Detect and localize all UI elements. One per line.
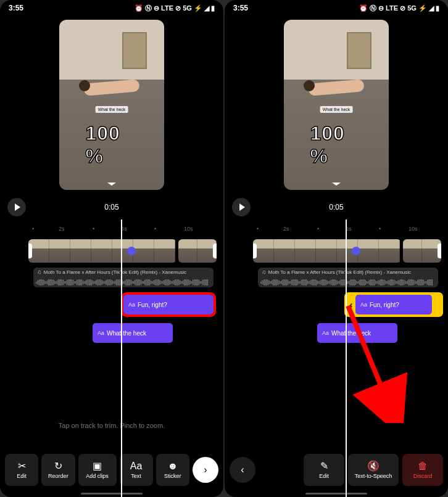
status-bar: 3:55 ⏰ Ⓝ ⊖ LTE ⊘ 5G ⚡ ◢ ▮ <box>225 0 448 16</box>
text-clip-label: Fun, right? <box>370 302 399 308</box>
time-ruler: • 2s • 6s • 10s <box>225 224 448 237</box>
reorder-icon: ↻ <box>54 461 62 471</box>
clip-trim-handle-right[interactable] <box>438 244 441 258</box>
sticker-icon: ☻ <box>167 461 178 471</box>
status-time: 3:55 <box>9 4 23 12</box>
audio-title: Moth To a Flame x After Hours (TikTok Ed… <box>268 269 411 275</box>
time-ruler: • 2s • 6s • 10s <box>0 224 223 237</box>
audio-track-row[interactable]: ♫Moth To a Flame x After Hours (TikTok E… <box>0 268 223 287</box>
play-icon <box>239 203 245 211</box>
sync-icon[interactable] <box>352 247 360 255</box>
play-button[interactable] <box>7 198 26 216</box>
audio-track-row[interactable]: ♫Moth To a Flame x After Hours (TikTok E… <box>225 268 448 287</box>
phone-right: 3:55 ⏰ Ⓝ ⊖ LTE ⊘ 5G ⚡ ◢ ▮ What the heck … <box>225 0 448 497</box>
text-clip-label: Fun, right? <box>138 302 167 308</box>
add-clips-button[interactable]: ▣Add clips <box>78 454 117 486</box>
music-note-icon: ♫ <box>37 269 41 275</box>
hint-text: Tap on track to trim. Pinch to zoom. <box>0 422 223 429</box>
video-clip-row[interactable] <box>0 238 223 264</box>
toolbar-left-screen: ✂Edit ↻Reorder ▣Add clips AaText ☻Sticke… <box>5 454 218 486</box>
waveform <box>260 279 436 286</box>
sticker-button[interactable]: ☻Sticker <box>156 454 189 486</box>
overlay-text-big: 100 % <box>310 122 363 168</box>
trash-icon: 🗑 <box>418 461 428 471</box>
swipe-indicator-icon <box>102 183 121 185</box>
text-icon: Aa <box>322 330 329 336</box>
video-preview-area: What the heck 100 % <box>225 16 448 195</box>
text-icon: Aa <box>97 330 104 336</box>
toolbar-right-screen: ‹ ✎Edit 🔇Text-to-Speech 🗑Discard <box>230 454 443 486</box>
text-clip-what-the-heck[interactable]: Aa What the heck <box>317 323 397 343</box>
video-clip-row[interactable] <box>225 238 448 264</box>
clip-trim-handle-right[interactable] <box>213 244 217 258</box>
overlay-text-small: What the heck <box>96 106 128 113</box>
waveform <box>36 279 211 286</box>
nav-next-button[interactable]: › <box>193 457 218 483</box>
play-button[interactable] <box>232 198 251 216</box>
status-bar: 3:55 ⏰ Ⓝ ⊖ LTE ⊘ 5G ⚡ ◢ ▮ <box>0 0 223 16</box>
text-clip-what-the-heck[interactable]: Aa What the heck <box>93 323 173 343</box>
pencil-icon: ✎ <box>320 461 328 471</box>
text-aa-icon: Aa <box>130 461 143 471</box>
playhead[interactable] <box>121 220 122 497</box>
playhead[interactable] <box>346 220 347 497</box>
music-note-icon: ♫ <box>262 269 266 275</box>
text-trim-handle-right[interactable] <box>432 294 441 316</box>
add-clips-icon: ▣ <box>93 461 102 471</box>
status-icons: ⏰ Ⓝ ⊖ LTE ⊘ 5G ⚡ ◢ ▮ <box>359 4 439 13</box>
status-icons: ⏰ Ⓝ ⊖ LTE ⊘ 5G ⚡ ◢ ▮ <box>135 4 215 13</box>
overlay-text-big: 100 % <box>86 122 138 168</box>
status-time: 3:55 <box>233 4 248 12</box>
text-button[interactable]: AaText <box>120 454 153 486</box>
text-to-speech-button[interactable]: 🔇Text-to-Speech <box>348 454 399 486</box>
home-indicator[interactable] <box>81 493 143 495</box>
video-preview-area: What the heck 100 % <box>0 16 223 195</box>
text-trim-handle-left[interactable]: ‹ <box>347 294 355 316</box>
phone-left: 3:55 ⏰ Ⓝ ⊖ LTE ⊘ 5G ⚡ ◢ ▮ What the heck … <box>0 0 223 497</box>
overlay-text-small: What the heck <box>320 106 353 113</box>
play-icon <box>15 203 20 211</box>
text-clip-selection-wrapper: ‹ Aa Fun, right? <box>344 292 443 317</box>
speaker-muted-icon: 🔇 <box>367 461 380 471</box>
edit-button[interactable]: ✂Edit <box>5 454 38 486</box>
nav-back-button[interactable]: ‹ <box>230 457 255 483</box>
scissors-icon: ✂ <box>18 461 26 471</box>
text-icon: Aa <box>360 302 367 308</box>
audio-title: Moth To a Flame x After Hours (TikTok Ed… <box>44 269 186 275</box>
text-clip-fun-right[interactable]: Aa Fun, right? <box>355 295 432 314</box>
swipe-indicator-icon <box>327 183 346 185</box>
text-clip-label: What the heck <box>107 330 146 337</box>
chevron-left-icon: ‹ <box>241 464 244 475</box>
text-clip-label: What the heck <box>331 330 371 337</box>
video-preview[interactable]: What the heck 100 % <box>284 20 389 190</box>
text-clip-fun-right[interactable]: Aa Fun, right? <box>123 295 214 314</box>
chevron-right-icon: › <box>204 464 207 475</box>
edit-button[interactable]: ✎Edit <box>304 454 344 486</box>
clip-trim-handle-left[interactable] <box>28 244 32 258</box>
timecode: 0:05 <box>329 203 343 212</box>
text-icon: Aa <box>128 302 135 308</box>
reorder-button[interactable]: ↻Reorder <box>41 454 75 486</box>
home-indicator[interactable] <box>305 493 367 495</box>
sync-icon[interactable] <box>127 247 136 255</box>
video-preview[interactable]: What the heck 100 % <box>59 20 164 190</box>
discard-button[interactable]: 🗑Discard <box>402 454 443 486</box>
timecode: 0:05 <box>104 203 118 212</box>
clip-trim-handle-left[interactable] <box>253 244 257 258</box>
